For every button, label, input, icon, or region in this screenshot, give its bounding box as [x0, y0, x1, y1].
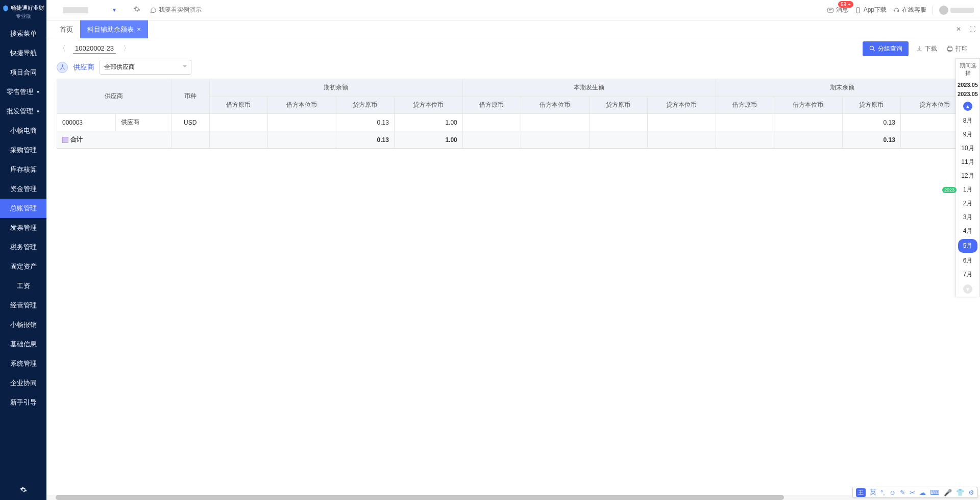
period-scroll-down[interactable]: ▼ — [963, 284, 972, 294]
print-button[interactable]: 打印 — [944, 44, 970, 53]
period-month[interactable]: 6月 — [956, 254, 979, 268]
nav-item-5[interactable]: 小畅电商 — [0, 121, 46, 140]
app-download-button[interactable]: App下载 — [854, 6, 887, 14]
settings-gear-button[interactable] — [0, 481, 46, 500]
year-tag: 2023 — [942, 187, 957, 193]
close-icon[interactable]: ✕ — [137, 20, 141, 38]
table-total-row: 合计 0.13 1.00 0.13 — [57, 131, 969, 149]
col-period: 本期发生额 — [462, 79, 716, 97]
user-menu[interactable] — [939, 6, 974, 15]
period-title: 期间选择 — [956, 59, 979, 80]
nav-item-0[interactable]: 搜索菜单 — [0, 24, 46, 43]
svg-rect-1 — [856, 7, 860, 13]
supplier-badge-icon: 人 — [57, 62, 68, 73]
nav-item-1[interactable]: 快捷导航 — [0, 43, 46, 63]
period-month[interactable]: 11月 — [956, 155, 979, 169]
nav-item-2[interactable]: 项目合同 — [0, 63, 46, 82]
period-month[interactable]: 4月 — [956, 224, 979, 238]
ime-engine-icon[interactable]: 王 — [856, 488, 866, 497]
supplier-select[interactable]: 全部供应商 — [100, 60, 191, 75]
nav-item-14[interactable]: 经营管理 — [0, 296, 46, 315]
tab-current[interactable]: 科目辅助余额表 ✕ — [80, 20, 148, 38]
logo: 畅捷通好业财 专业版 — [0, 0, 46, 24]
horizontal-scrollbar[interactable] — [46, 495, 980, 500]
ime-skin-icon[interactable]: 👕 — [956, 489, 964, 496]
search-icon — [869, 45, 876, 52]
nav-item-15[interactable]: 小畅报销 — [0, 315, 46, 335]
period-month[interactable]: 1月2023 — [956, 183, 979, 197]
chevron-down-icon: ▼ — [36, 90, 40, 94]
period-month[interactable]: 12月 — [956, 169, 979, 183]
ime-lang[interactable]: 英 — [870, 488, 876, 497]
nav-item-9[interactable]: 总账管理 — [0, 199, 46, 218]
balance-table: 供应商 币种 期初余额 本期发生额 期末余额 借方原币 借方本位币 贷方原币 贷… — [57, 79, 970, 149]
ime-emoji-icon[interactable]: ☺ — [889, 489, 896, 496]
nav-item-10[interactable]: 发票管理 — [0, 218, 46, 237]
ime-edit-icon[interactable]: ✎ — [900, 489, 905, 496]
svg-point-2 — [870, 46, 873, 50]
col-opening: 期初余额 — [209, 79, 462, 97]
tab-home[interactable]: 首页 — [53, 20, 80, 38]
nav-item-19[interactable]: 新手引导 — [0, 393, 46, 412]
ime-mic-icon[interactable]: 🎤 — [944, 489, 952, 496]
topbar: ▼ 我要看实例演示 消息 99 + App下载 在线客服 — [46, 0, 980, 20]
period-from[interactable]: 2023.05 — [956, 80, 979, 89]
period-month[interactable]: 10月 — [956, 141, 979, 155]
account-code[interactable]: 10020002 23 — [73, 43, 116, 54]
sidebar: 畅捷通好业财 专业版 搜索菜单快捷导航项目合同零售管理▼批发管理▼小畅电商采购管… — [0, 0, 46, 500]
period-month[interactable]: 3月 — [956, 210, 979, 224]
nav-item-13[interactable]: 工资 — [0, 276, 46, 296]
user-name-masked — [950, 8, 974, 13]
table-row[interactable]: 000003 供应商 USD 0.13 1.00 0.13 — [57, 114, 969, 131]
filter-row: 人 供应商 全部供应商 — [46, 59, 980, 79]
period-month[interactable]: 8月 — [956, 114, 979, 128]
phone-icon — [854, 7, 862, 14]
period-panel: 期间选择 2023.05 2023.05 ▲ 8月9月10月11月12月1月20… — [955, 58, 980, 297]
ime-toolbar[interactable]: 王 英 °, ☺ ✎ ✂ ☁ ⌨ 🎤 👕 ⚙ — [852, 487, 978, 498]
col-supplier: 供应商 — [57, 79, 171, 114]
ime-scissors-icon[interactable]: ✂ — [910, 489, 915, 496]
nav-item-7[interactable]: 库存核算 — [0, 160, 46, 179]
main: ▼ 我要看实例演示 消息 99 + App下载 在线客服 — [46, 0, 980, 500]
fullscreen-button[interactable]: ⛶ — [968, 24, 977, 34]
org-selector[interactable]: ▼ — [53, 7, 127, 13]
period-month[interactable]: 7月 — [956, 268, 979, 281]
nav-item-11[interactable]: 税务管理 — [0, 237, 46, 257]
total-icon — [62, 137, 68, 143]
avatar-icon — [939, 6, 948, 15]
ime-punct-icon[interactable]: °, — [880, 489, 885, 496]
nav-item-8[interactable]: 资金管理 — [0, 179, 46, 199]
period-scroll-up[interactable]: ▲ — [963, 102, 972, 111]
ime-cloud-icon[interactable]: ☁ — [919, 489, 926, 496]
nav-item-3[interactable]: 零售管理▼ — [0, 82, 46, 102]
logo-sub: 专业版 — [2, 13, 44, 20]
logo-name: 畅捷通好业财 — [11, 4, 44, 12]
nav-item-16[interactable]: 基础信息 — [0, 335, 46, 354]
org-settings-icon[interactable] — [133, 6, 140, 14]
support-button[interactable]: 在线客服 — [893, 6, 926, 14]
nav-item-17[interactable]: 系统管理 — [0, 354, 46, 373]
group-query-button[interactable]: 分组查询 — [863, 41, 909, 56]
nav: 搜索菜单快捷导航项目合同零售管理▼批发管理▼小畅电商采购管理库存核算资金管理总账… — [0, 24, 46, 481]
ime-settings-icon[interactable]: ⚙ — [968, 489, 974, 496]
nav-item-12[interactable]: 固定资产 — [0, 257, 46, 276]
download-button[interactable]: 下载 — [914, 44, 939, 53]
next-account-button[interactable]: 〉 — [121, 44, 132, 53]
chat-icon — [150, 7, 157, 14]
prev-account-button[interactable]: 〈 — [57, 44, 68, 53]
nav-item-6[interactable]: 采购管理 — [0, 140, 46, 160]
period-month[interactable]: 9月 — [956, 128, 979, 141]
period-month[interactable]: 2月 — [956, 197, 979, 210]
demo-link[interactable]: 我要看实例演示 — [150, 6, 202, 14]
ime-keyboard-icon[interactable]: ⌨ — [930, 489, 940, 496]
nav-item-18[interactable]: 企业协同 — [0, 373, 46, 393]
period-month[interactable]: 5月 — [958, 239, 977, 253]
svg-rect-0 — [827, 8, 833, 12]
tabbar: 首页 科目辅助余额表 ✕ ✕ ⛶ — [46, 20, 980, 38]
nav-item-4[interactable]: 批发管理▼ — [0, 102, 46, 121]
messages-button[interactable]: 消息 99 + — [827, 6, 848, 14]
chevron-down-icon: ▼ — [36, 109, 40, 114]
print-icon — [946, 45, 953, 52]
period-to[interactable]: 2023.05 — [956, 89, 979, 99]
close-tab-button[interactable]: ✕ — [954, 24, 963, 34]
